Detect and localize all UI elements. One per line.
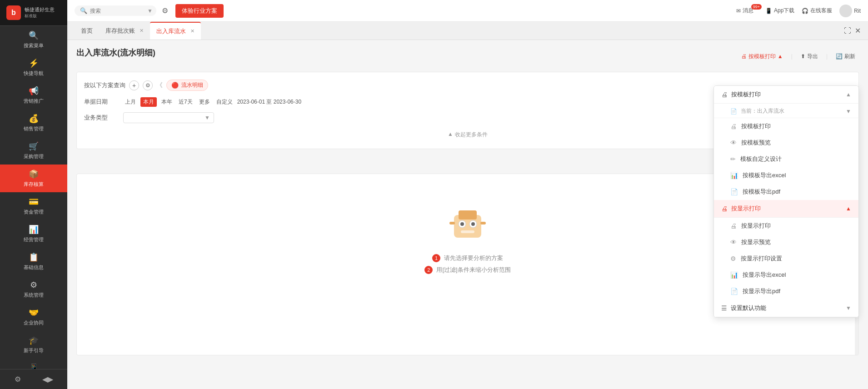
tab-inout-flow-close-icon[interactable]: ✕ [190,28,195,34]
sidebar-item-beginner[interactable]: 🎓 新手引导 [0,331,67,359]
export-icon: ⬆ [801,53,805,60]
display-print-settings-item-icon: ⚙ [730,255,736,262]
date-shortcut-last-month[interactable]: 上月 [123,97,138,107]
date-shortcut-7days[interactable]: 近7天 [177,97,195,107]
tab-batch-account-close-icon[interactable]: ✕ [140,28,144,34]
collapse-sidebar-icon[interactable]: ◀▶ [42,375,53,384]
filter-chip-label: 流水明细 [181,81,203,89]
current-template-label: 当前：出入库流水 [741,107,784,115]
date-shortcut-this-year[interactable]: 本年 [160,97,174,107]
sidebar-item-finance[interactable]: 💳 资金管理 [0,192,67,220]
default-function-section-left: ☰ 设置默认功能 [721,304,766,312]
filter-add-btn[interactable]: + [129,80,139,90]
operations-icon: 📊 [29,224,39,234]
sidebar-item-purchase[interactable]: 🛒 采购管理 [0,137,67,165]
app-download-btn[interactable]: 📱 App下载 [765,7,794,15]
svg-rect-1 [459,210,477,219]
template-pdf-item-label: 按模板导出pdf [743,188,780,196]
date-shortcut-this-month[interactable]: 本月 [140,97,157,107]
display-print-section-header[interactable]: 🖨 按显示打印 ▲ [714,200,858,218]
dropdown-item-display-excel[interactable]: 📊 按显示导出excel [714,267,858,283]
sidebar-item-inventory[interactable]: 📦 库存核算 [0,165,67,192]
tab-inout-flow[interactable]: 出入库流水 ✕ [150,22,201,40]
sidebar-item-marketing[interactable]: 📢 营销推广 [0,81,67,109]
message-icon: ✉ [736,8,741,14]
date-shortcut-custom[interactable]: 自定义 [215,97,234,107]
template-print-item-label: 按模板打印 [741,122,771,130]
template-excel-item-icon: 📊 [730,172,738,179]
sidebar-item-basic-info[interactable]: 📋 基础信息 [0,248,67,275]
dropdown-item-template-print[interactable]: 🖨 按模板打印 [714,118,858,135]
tab-batch-account[interactable]: 库存批次账 ✕ [99,22,150,40]
sidebar-item-system[interactable]: ⚙ 系统管理 [0,275,67,303]
date-shortcuts: 上月 本月 本年 近7天 更多 自定义 2023-06-01 至 2023-06… [123,97,301,107]
tab-home[interactable]: 首页 [75,22,99,40]
sidebar-item-quick-nav[interactable]: ⚡ 快捷导航 [0,54,67,81]
tab-close-all-btn[interactable]: ✕ [855,26,861,35]
filter-setting-btn[interactable]: ⚙ [143,80,153,90]
trial-btn[interactable]: 体验行业方案 [175,4,224,18]
refresh-icon: 🔄 [836,53,843,60]
dropdown-item-template-preview[interactable]: 👁 按模板预览 [714,135,858,151]
filter-chip-icon: 🔴 [171,82,179,89]
current-template-row: 📄 当前：出入库流水 ▼ [714,104,858,118]
display-preview-item-icon: 👁 [730,239,737,246]
main-area: 🔍 ▼ ⚙ 体验行业方案 ✉ 消息 99+ 📱 App下载 🎧 在线客服 [67,0,868,389]
template-print-item-icon: 🖨 [730,123,737,130]
refresh-label: 刷新 [844,53,855,60]
tab-inout-flow-label: 出入库流水 [156,27,186,35]
display-excel-item-icon: 📊 [730,271,738,279]
online-service-btn[interactable]: 🎧 在线客服 [802,7,832,15]
refresh-btn[interactable]: 🔄 刷新 [832,51,859,62]
sidebar-item-operations[interactable]: 📊 经营管理 [0,220,67,248]
filter-title: 按以下方案查询 [84,81,125,90]
beginner-icon: 🎓 [29,335,39,345]
tabs-bar: 首页 库存批次账 ✕ 出入库流水 ✕ ⛶ ✕ [67,22,868,40]
sidebar-item-label: 企业协同 [24,319,44,326]
tab-controls: ⛶ ✕ [844,26,861,35]
sidebar-item-enterprise[interactable]: 🤝 企业协同 [0,303,67,331]
sidebar-item-label: 库存核算 [24,181,44,188]
dropdown-item-display-preview[interactable]: 👁 按显示预览 [714,234,858,250]
message-btn[interactable]: ✉ 消息 99+ [736,7,758,15]
svg-rect-7 [449,222,455,224]
search-box[interactable]: 🔍 ▼ [75,5,156,16]
step-1-text: 请先选择要分析的方案 [444,254,503,262]
sales-icon: 💰 [29,114,39,124]
system-icon: ⚙ [30,280,37,290]
dropdown-item-template-pdf[interactable]: 📄 按模板导出pdf [714,184,858,200]
user-avatar-area[interactable]: Rit [839,5,861,17]
template-pdf-item-icon: 📄 [730,188,738,195]
search-input[interactable] [90,8,145,14]
export-btn[interactable]: ⬆ 导出 [797,51,822,62]
default-function-section-header[interactable]: ☰ 设置默认功能 ▼ [714,299,858,317]
empty-illustration [445,201,490,247]
download-icon: 📱 [765,8,772,14]
filter-collapse-btn[interactable]: 《 [156,81,163,90]
sidebar-item-label: 快捷导航 [24,70,44,77]
dropdown-item-template-excel[interactable]: 📊 按模板导出excel [714,167,858,184]
sidebar-item-app-center[interactable]: 📱 应用中心 [0,359,67,369]
svg-rect-6 [461,230,474,233]
dropdown-item-display-pdf[interactable]: 📄 按显示导出pdf [714,283,858,299]
dropdown-item-display-print-settings[interactable]: ⚙ 按显示打印设置 [714,250,858,267]
finance-icon: 💳 [29,197,39,207]
search-dropdown-icon[interactable]: ▼ [147,8,153,14]
sidebar-nav: 🔍 搜索菜单 ⚡ 快捷导航 📢 营销推广 💰 销售管理 🛒 采购管理 📦 [0,26,67,369]
template-print-btn[interactable]: 🖨 按模板打印 ▲ [738,51,787,62]
service-icon: 🎧 [802,8,808,14]
sidebar-item-search-menu[interactable]: 🔍 搜索菜单 [0,26,67,54]
dropdown-item-template-custom[interactable]: ✏ 模板自定义设计 [714,151,858,167]
topbar-settings-icon[interactable]: ⚙ [162,6,168,15]
date-shortcut-more[interactable]: 更多 [197,97,212,107]
business-type-select[interactable]: ▼ [123,112,214,123]
current-template-arrow-icon: ▼ [846,108,851,115]
sidebar-item-label: 基础信息 [24,264,44,271]
dropdown-item-display-print[interactable]: 🖨 按显示打印 [714,218,858,234]
sidebar-item-sales[interactable]: 💰 销售管理 [0,109,67,137]
template-print-section-header[interactable]: 🖨 按模板打印 ▲ [714,86,858,104]
settings-gear-icon[interactable]: ⚙ [15,375,21,384]
tab-maximize-btn[interactable]: ⛶ [844,27,851,35]
app-download-label: App下载 [774,7,794,15]
avatar [839,5,852,17]
